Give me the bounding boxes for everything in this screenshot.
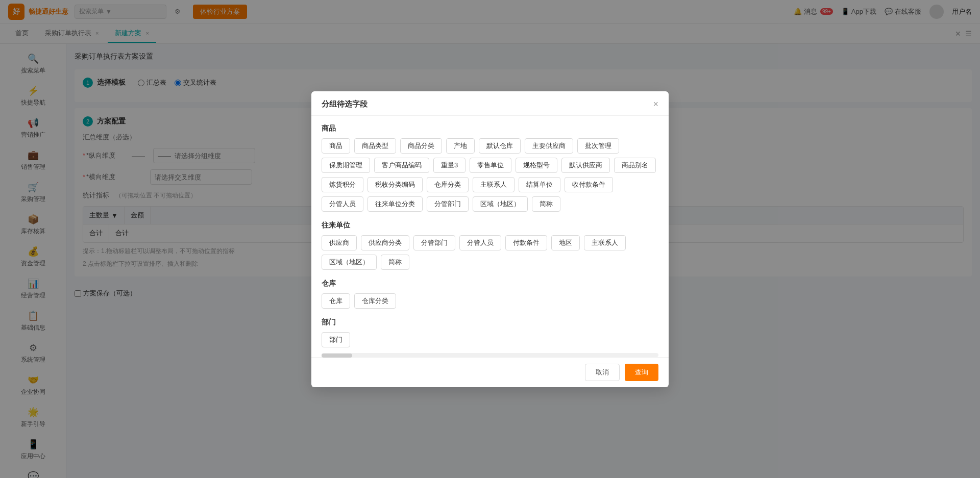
modal-overlay: 分组待选字段 × 商品商品商品类型商品分类产地默认仓库主要供应商批次管理保质期管… bbox=[0, 0, 980, 478]
field-tag[interactable]: 商品 bbox=[322, 138, 350, 154]
field-group-product: 商品商品商品类型商品分类产地默认仓库主要供应商批次管理保质期管理客户商品编码重量… bbox=[322, 124, 658, 212]
field-tag[interactable]: 商品别名 bbox=[614, 158, 656, 173]
field-group-title-partner: 往来单位 bbox=[322, 221, 658, 230]
field-selector-modal: 分组待选字段 × 商品商品商品类型商品分类产地默认仓库主要供应商批次管理保质期管… bbox=[311, 91, 669, 387]
field-tag[interactable]: 仓库 bbox=[322, 293, 350, 309]
field-tag[interactable]: 仓库分类 bbox=[427, 177, 469, 192]
modal-header: 分组待选字段 × bbox=[311, 91, 669, 116]
field-tag[interactable]: 规格型号 bbox=[516, 158, 557, 173]
field-tag[interactable]: 分管部门 bbox=[427, 196, 469, 212]
field-tag[interactable]: 商品类型 bbox=[354, 138, 396, 154]
field-tag[interactable]: 往来单位分类 bbox=[368, 196, 423, 212]
field-tag[interactable]: 零售单位 bbox=[470, 158, 511, 173]
field-tag[interactable]: 炼货积分 bbox=[322, 177, 363, 192]
field-tag[interactable]: 主联系人 bbox=[473, 177, 514, 192]
field-tag[interactable]: 保质期管理 bbox=[322, 158, 370, 173]
field-tag[interactable]: 主要供应商 bbox=[525, 138, 573, 154]
field-group-partner: 往来单位供应商供应商分类分管部门分管人员付款条件地区主联系人区域（地区）简称 bbox=[322, 221, 658, 270]
field-tag[interactable]: 分管人员 bbox=[322, 196, 363, 212]
field-tag[interactable]: 税收分类编码 bbox=[368, 177, 423, 192]
field-group-warehouse: 仓库仓库仓库分类 bbox=[322, 279, 658, 309]
field-tag[interactable]: 结算单位 bbox=[519, 177, 560, 192]
field-tags-department: 部门 bbox=[322, 332, 658, 347]
field-tag[interactable]: 简称 bbox=[381, 255, 409, 270]
field-tag[interactable]: 商品分类 bbox=[400, 138, 442, 154]
field-tag[interactable]: 部门 bbox=[322, 332, 350, 347]
field-tag[interactable]: 主联系人 bbox=[584, 235, 626, 250]
field-tag[interactable]: 分管部门 bbox=[413, 235, 455, 250]
field-tag[interactable]: 仓库分类 bbox=[354, 293, 396, 309]
modal-confirm-button[interactable]: 查询 bbox=[625, 364, 658, 381]
field-tag[interactable]: 分管人员 bbox=[459, 235, 501, 250]
modal-body: 商品商品商品类型商品分类产地默认仓库主要供应商批次管理保质期管理客户商品编码重量… bbox=[311, 116, 669, 354]
field-group-department: 部门部门 bbox=[322, 318, 658, 347]
field-group-title-warehouse: 仓库 bbox=[322, 279, 658, 288]
field-tag[interactable]: 默认供应商 bbox=[561, 158, 610, 173]
modal-title: 分组待选字段 bbox=[322, 99, 368, 109]
field-group-title-product: 商品 bbox=[322, 124, 658, 133]
field-tag[interactable]: 重量3 bbox=[433, 158, 465, 173]
field-tag[interactable]: 客户商品编码 bbox=[374, 158, 429, 173]
field-group-title-department: 部门 bbox=[322, 318, 658, 327]
field-tags-warehouse: 仓库仓库分类 bbox=[322, 293, 658, 309]
field-tag[interactable]: 产地 bbox=[446, 138, 475, 154]
modal-footer: 取消 查询 bbox=[311, 357, 669, 387]
modal-cancel-button[interactable]: 取消 bbox=[585, 364, 620, 381]
field-tags-product: 商品商品类型商品分类产地默认仓库主要供应商批次管理保质期管理客户商品编码重量3零… bbox=[322, 138, 658, 212]
field-tag[interactable]: 批次管理 bbox=[577, 138, 619, 154]
field-tags-partner: 供应商供应商分类分管部门分管人员付款条件地区主联系人区域（地区）简称 bbox=[322, 235, 658, 270]
field-tag[interactable]: 付款条件 bbox=[505, 235, 547, 250]
field-tag[interactable]: 默认仓库 bbox=[479, 138, 521, 154]
field-tag[interactable]: 简称 bbox=[532, 196, 560, 212]
field-tag[interactable]: 区域（地区） bbox=[322, 255, 377, 270]
modal-hscroll-thumb bbox=[322, 354, 352, 358]
field-tag[interactable]: 供应商 bbox=[322, 235, 357, 250]
field-tag[interactable]: 供应商分类 bbox=[361, 235, 409, 250]
field-tag[interactable]: 地区 bbox=[551, 235, 580, 250]
field-tag[interactable]: 收付款条件 bbox=[565, 177, 613, 192]
field-tag[interactable]: 区域（地区） bbox=[473, 196, 528, 212]
modal-hscroll[interactable] bbox=[322, 353, 658, 357]
modal-close-button[interactable]: × bbox=[653, 99, 658, 109]
